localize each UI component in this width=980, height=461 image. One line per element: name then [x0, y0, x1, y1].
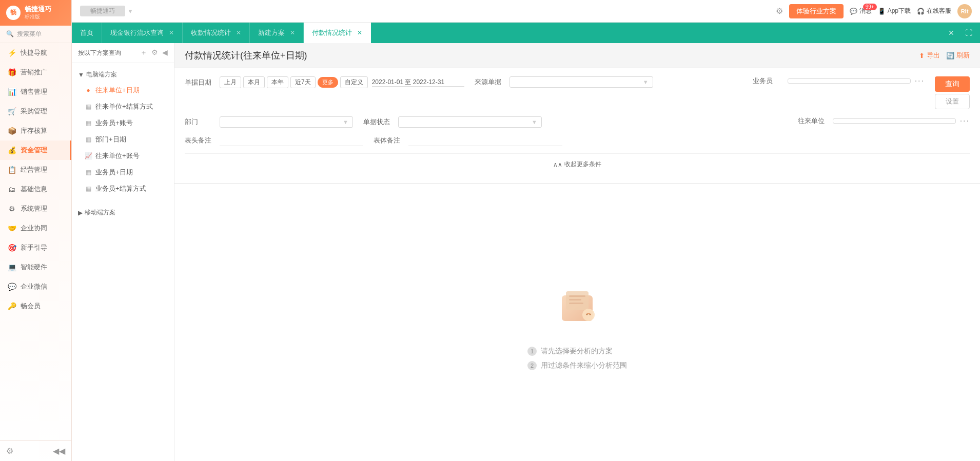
enterprise-icon: 🤝 [7, 224, 16, 233]
related-unit-dots[interactable]: ··· [960, 116, 970, 126]
sidebar-item-label: 经营管理 [21, 165, 47, 174]
scheme-icon: ▦ [84, 135, 92, 144]
tab-cash-flow-close[interactable]: ✕ [169, 29, 174, 36]
voucher-status-arrow: ▼ [532, 119, 537, 125]
sidebar-item-member[interactable]: 🔑 畅会员 [0, 296, 71, 316]
trial-btn[interactable]: 体验行业方案 [789, 4, 844, 18]
mobile-group-title[interactable]: ▶ 移动端方案 [72, 205, 174, 220]
side-panel-settings-icon[interactable]: ⚙ [151, 48, 158, 57]
tab-new-scheme-close[interactable]: ✕ [290, 29, 295, 36]
sidebar-item-quick-nav[interactable]: ⚡ 快捷导航 [0, 43, 71, 63]
search-menu[interactable]: 🔍 搜索菜单 [0, 26, 71, 43]
sidebar-item-label: 基础信息 [21, 185, 47, 194]
topbar-actions: ⚙ 体验行业方案 💬 消息 99+ 📱 App下载 🎧 在线客服 Rit [776, 4, 972, 18]
sidebar-item-capital[interactable]: 💰 资金管理 [0, 141, 71, 160]
tabbar-right: ✕ ⛶ [940, 23, 980, 43]
filter-settings-btn[interactable]: 设置 [935, 94, 970, 109]
staff-dots[interactable]: ··· [915, 76, 925, 86]
tab-home[interactable]: 首页 [72, 23, 102, 43]
header-note-input[interactable] [220, 135, 363, 146]
filter-body-note-item: 表体备注 [374, 135, 970, 146]
user-avatar[interactable]: Rit [957, 4, 972, 18]
query-actions: 查询 设置 [935, 76, 970, 109]
dept-select[interactable]: ▼ [220, 116, 353, 128]
tab-payment-stats-close[interactable]: ✕ [357, 29, 362, 36]
tab-new-scheme[interactable]: 新建方案 ✕ [250, 23, 304, 43]
tab-new-scheme-label: 新建方案 [258, 28, 285, 37]
tabbar-spacer [371, 23, 940, 43]
refresh-btn[interactable]: 🔄 刷新 [946, 51, 970, 60]
marketing-icon: 🎁 [7, 68, 16, 77]
app-download-btn[interactable]: 📱 App下载 [878, 7, 911, 15]
purchase-icon: 🛒 [7, 107, 16, 116]
date-btn-last-month[interactable]: 上月 [220, 76, 241, 88]
tab-payment-stats[interactable]: 付款情况统计 ✕ [304, 23, 371, 43]
scheme-item-label: 往来单位+日期 [95, 86, 140, 95]
collapse-btn[interactable]: ∧∧ 收起更多条件 [548, 158, 606, 171]
sidebar-item-system[interactable]: ⚙ 系统管理 [0, 199, 71, 218]
messages-btn[interactable]: 💬 消息 99+ [850, 7, 872, 15]
body-note-input[interactable] [408, 135, 562, 146]
scheme-item-staff-settle[interactable]: ▦ 业务员+结算方式 [72, 181, 174, 197]
side-panel-collapse-icon[interactable]: ◀ [162, 48, 168, 57]
sidebar-item-sales[interactable]: 📊 销售管理 [0, 82, 71, 102]
filter-area: 单据日期 上月 本月 本年 近7天 更多 自定义 [174, 68, 980, 184]
sidebar-item-label: 畅会员 [21, 302, 41, 311]
sidebar-item-label: 系统管理 [21, 204, 47, 213]
scheme-item-dept-date[interactable]: ▦ 部门+日期 [72, 131, 174, 148]
quick-nav-icon: ⚡ [7, 48, 16, 57]
svg-rect-4 [569, 303, 583, 304]
tab-receipt-stats-close[interactable]: ✕ [236, 29, 241, 36]
scheme-item-unit-settle[interactable]: ▦ 往来单位+结算方式 [72, 98, 174, 115]
refresh-icon: 🔄 [946, 52, 954, 59]
query-btn[interactable]: 查询 [935, 76, 970, 92]
sidebar-item-hardware[interactable]: 💻 智能硬件 [0, 257, 71, 277]
search-label: 搜索菜单 [17, 30, 42, 38]
related-unit-select[interactable] [833, 118, 956, 124]
staff-select[interactable] [788, 78, 911, 84]
empty-tip-2: 2 用过滤条件来缩小分析范围 [527, 361, 627, 370]
source-select[interactable]: ▼ [509, 76, 653, 88]
empty-tips: 1 请先选择要分析的方案 2 用过滤条件来缩小分析范围 [527, 347, 627, 370]
sidebar-item-basic[interactable]: 🗂 基础信息 [0, 179, 71, 199]
main-panel: 付款情况统计(往来单位+日期) ⬆ 导出 🔄 刷新 [174, 43, 980, 461]
sidebar-item-label: 销售管理 [21, 87, 47, 96]
export-label: 导出 [927, 51, 940, 60]
wechat-icon: 💬 [7, 282, 16, 291]
filter-source-item: 来源单据 ▼ [475, 76, 742, 88]
sidebar-settings-btn[interactable]: ⚙ [6, 446, 13, 456]
tab-cash-flow[interactable]: 现金银行流水查询 ✕ [102, 23, 183, 43]
sidebar-item-marketing[interactable]: 🎁 营销推广 [0, 63, 71, 82]
date-btn-this-month[interactable]: 本月 [243, 76, 265, 88]
online-service-btn[interactable]: 🎧 在线客服 [917, 7, 951, 15]
scheme-item-staff-date[interactable]: ▦ 业务员+日期 [72, 164, 174, 181]
date-btn-this-year[interactable]: 本年 [267, 76, 288, 88]
sidebar-item-enterprise[interactable]: 🤝 企业协同 [0, 218, 71, 238]
close-all-tab-btn[interactable]: ✕ [944, 26, 958, 40]
sidebar-item-wechat[interactable]: 💬 企业微信 [0, 277, 71, 296]
svg-point-6 [586, 313, 588, 315]
export-btn[interactable]: ⬆ 导出 [919, 51, 940, 60]
scheme-item-staff-account[interactable]: ▦ 业务员+账号 [72, 115, 174, 131]
topbar-gear-icon[interactable]: ⚙ [776, 6, 783, 16]
svg-point-7 [590, 313, 591, 315]
sidebar-item-purchase[interactable]: 🛒 采购管理 [0, 102, 71, 121]
side-panel-add-icon[interactable]: ＋ [140, 48, 147, 57]
date-btn-7days[interactable]: 近7天 [290, 76, 316, 88]
sidebar-item-guide[interactable]: 🎯 新手引导 [0, 238, 71, 257]
sidebar-item-inventory[interactable]: 📦 库存核算 [0, 121, 71, 141]
date-btn-more[interactable]: 更多 [318, 77, 338, 88]
sidebar-collapse-btn[interactable]: ◀◀ [53, 446, 65, 456]
desktop-group-title[interactable]: ▼ 电脑端方案 [72, 67, 174, 82]
breadcrumb: 畅捷通巧 ▼ [80, 6, 770, 16]
scheme-item-unit-account[interactable]: 📈 往来单位+账号 [72, 148, 174, 164]
voucher-status-select[interactable]: ▼ [398, 116, 542, 128]
sidebar-item-operations[interactable]: 📋 经营管理 [0, 160, 71, 179]
date-range-input[interactable] [372, 79, 464, 87]
edition-label: 标准版 [25, 13, 51, 21]
scheme-item-unit-date[interactable]: ● 往来单位+日期 [72, 82, 174, 98]
main-area: 畅捷通巧 ▼ ⚙ 体验行业方案 💬 消息 99+ 📱 App下载 🎧 在线客服 … [72, 0, 980, 461]
fullscreen-btn[interactable]: ⛶ [962, 26, 976, 40]
tab-receipt-stats[interactable]: 收款情况统计 ✕ [183, 23, 250, 43]
date-btn-custom[interactable]: 自定义 [340, 76, 368, 88]
